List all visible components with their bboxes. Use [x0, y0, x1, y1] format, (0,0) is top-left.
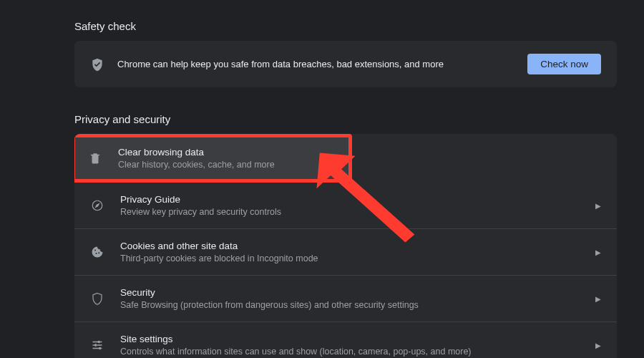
row-site-settings[interactable]: Site settings Controls what information … [74, 322, 617, 358]
safety-check-card: Chrome can help keep you safe from data … [74, 41, 617, 87]
trash-icon [88, 151, 102, 165]
row-title: Clear browsing data [118, 147, 336, 158]
safety-check-section: Safety check Chrome can help keep you sa… [74, 20, 617, 87]
check-now-button[interactable]: Check now [527, 54, 601, 74]
cookie-icon [90, 245, 104, 259]
row-desc: Clear history, cookies, cache, and more [118, 160, 336, 170]
tune-icon [90, 338, 104, 352]
chevron-right-icon: ▶ [595, 202, 601, 210]
chevron-right-icon: ▶ [595, 248, 601, 256]
row-desc: Controls what information sites can use … [120, 347, 580, 357]
chevron-right-icon: ▶ [595, 295, 601, 303]
annotation-arrow-icon [306, 140, 436, 250]
privacy-title: Privacy and security [74, 113, 617, 125]
row-desc: Third-party cookies are blocked in Incog… [120, 253, 580, 263]
svg-point-2 [95, 344, 97, 346]
row-security[interactable]: Security Safe Browsing (protection from … [74, 276, 617, 322]
row-clear-browsing-data[interactable]: Clear browsing data Clear history, cooki… [74, 134, 352, 183]
compass-icon [90, 198, 104, 213]
shield-check-icon [90, 57, 104, 72]
shield-icon [90, 291, 104, 306]
safety-check-message: Chrome can help keep you safe from data … [117, 59, 514, 69]
svg-point-1 [98, 341, 99, 342]
row-desc: Safe Browsing (protection from dangerous… [120, 300, 580, 310]
chevron-right-icon: ▶ [595, 342, 601, 349]
svg-point-3 [99, 347, 101, 349]
safety-check-title: Safety check [74, 20, 617, 32]
row-title: Site settings [120, 334, 580, 344]
row-title: Security [120, 287, 580, 298]
